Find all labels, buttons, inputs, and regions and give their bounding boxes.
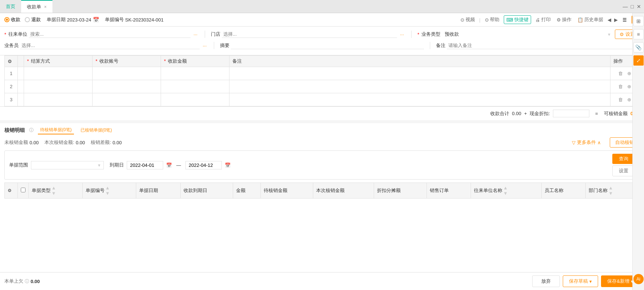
tab-receipt[interactable]: 收款单 × [21,0,52,13]
row-3-copy-icon[interactable]: ⊕ [625,96,633,103]
row-2-account-input[interactable] [93,80,161,93]
print-btn[interactable]: 🖨 打印 [534,16,552,24]
biz-type-value: 预收款 [445,31,459,38]
summary-input[interactable] [231,42,424,49]
query-btn[interactable]: 查询 [612,154,635,164]
discount-input[interactable] [553,110,589,117]
completed-tab[interactable]: 已核销单据(0笔) [78,126,114,134]
store-label: 门店 [211,31,220,38]
row-2-account[interactable] [93,80,161,93]
tab-home[interactable]: 首页 [0,0,21,13]
row-2-delete-icon[interactable]: 🗑 [617,83,624,90]
history-btn[interactable]: 📋 历史单据 [576,16,605,24]
ops-icon: ⚙ [557,17,561,23]
counterpart-more-icon[interactable]: ··· [192,32,199,37]
diff-value: 0.00 [113,140,122,145]
store-more-icon[interactable]: ··· [398,32,405,37]
row-3-settle[interactable] [24,93,93,106]
this-order-info-icon[interactable]: ⓘ [25,278,29,285]
row-1-note[interactable] [229,67,610,80]
row-2-note-input[interactable] [229,80,610,93]
sidebar-table-icon[interactable]: ⊞ [633,16,644,26]
store-input[interactable] [222,31,397,38]
biz-type-dropdown-icon[interactable]: ▾ [608,32,610,37]
row-3-note[interactable] [229,93,610,106]
window-close-btn[interactable]: ✕ [637,4,641,9]
row-3-amount-input[interactable] [161,93,229,106]
row-2-settle-input[interactable] [24,80,92,93]
date-to-calendar-icon[interactable]: 📅 [225,162,231,168]
section-divider [0,120,644,123]
row-2-amount-input[interactable] [161,80,229,93]
ops-btn[interactable]: ⚙ 操作 [555,16,573,24]
shortcut-btn[interactable]: ⌨ 快捷键 [504,15,531,24]
bill-type-sort[interactable]: 单据类型 ▲▼ [32,185,79,196]
receipt-radio[interactable]: 收款 [4,16,20,23]
more-conditions-btn[interactable]: ▽ 更多条件 ∧ [572,139,601,146]
save-draft-label: 保存草稿 [569,278,588,285]
video-btn[interactable]: ⊙ 视频 [459,16,476,24]
row-2-settle[interactable] [24,80,93,93]
row-1-settle[interactable] [24,67,93,80]
range-select[interactable]: ▾ [31,161,104,169]
refund-radio[interactable]: 退款 [25,16,41,23]
sidebar-list-icon[interactable]: ≡ [633,29,644,39]
filter-settings-btn[interactable]: 设置 [612,165,635,176]
th-gear[interactable]: ⚙ [5,56,18,67]
row-1-account-input[interactable] [93,67,161,80]
row-1-account[interactable] [93,67,161,80]
window-maximize-btn[interactable]: □ [631,4,634,9]
nav-prev-icon[interactable]: ◀ [608,17,611,23]
bill-no-sort[interactable]: 单据编号 ▲▼ [86,185,133,196]
detail-info-icon[interactable]: ⓘ [29,127,34,133]
window-minimize-btn[interactable]: — [623,4,628,9]
counterpart-sort[interactable]: 往来单位名称 ▲▼ [474,185,538,196]
row-2-note[interactable] [229,80,610,93]
row-3-amount[interactable] [161,93,229,106]
save-draft-btn[interactable]: 保存草稿 ▾ [563,275,598,287]
sidebar-expand-icon[interactable]: ⤢ [633,55,644,66]
tab-close-icon[interactable]: × [44,4,47,9]
row-3-note-input[interactable] [229,93,610,106]
row-1-amount[interactable] [161,67,229,80]
help-btn[interactable]: ⊙ 帮助 [483,16,501,24]
nav-next-icon[interactable]: ▶ [614,17,618,23]
ai-button[interactable]: Ai [633,274,644,284]
date-calendar-icon[interactable]: 📅 [93,17,99,23]
counterpart-input[interactable] [29,31,191,38]
remark-input[interactable] [447,42,640,49]
row-2-copy-icon[interactable]: ⊕ [625,83,633,90]
unchecked-label: 未核销金额 [4,139,28,146]
row-1-delete-icon[interactable]: 🗑 [617,70,624,77]
tab-home-label: 首页 [6,3,15,10]
bottom-th-gear[interactable]: ⚙ [5,183,18,199]
store-field: 门店 ··· [211,31,405,38]
row-2-amount[interactable] [161,80,229,93]
row-1-copy-icon[interactable]: ⊕ [625,70,633,77]
pending-tab[interactable]: 待核销单据(0笔) [38,126,74,134]
row-3-delete-icon[interactable]: 🗑 [617,96,624,103]
bottom-th-pending: 待核销金额 [260,183,313,199]
sidebar-clip-icon[interactable]: 📎 [633,42,644,52]
summary-field: 摘要 [220,42,424,49]
th-account: * 收款账号 [93,56,161,67]
staff-more-icon[interactable]: ··· [201,43,208,48]
row-3-account[interactable] [93,93,161,106]
view-list-btn[interactable]: ☰ [621,16,629,24]
plus-sign: + [524,111,527,116]
dept-sort[interactable]: 部门名称 ▲▼ [589,185,636,196]
row-3-account-input[interactable] [93,93,161,106]
row-1-note-input[interactable] [229,67,610,80]
row-1-amount-input[interactable] [161,67,229,80]
select-all-checkbox[interactable] [21,188,25,192]
staff-input[interactable] [20,42,200,49]
remark-label: 备注 [436,42,445,49]
row-1-settle-input[interactable] [24,67,92,80]
discard-btn[interactable]: 放弃 [532,275,560,287]
date-to-input[interactable] [185,161,222,169]
main-table-container: ⚙ * 结算方式 * 收款账号 * 收款金额 备注 [0,55,644,106]
date-from-input[interactable] [127,161,163,169]
row-3-settle-input[interactable] [24,93,92,106]
date-from-calendar-icon[interactable]: 📅 [166,162,172,168]
current-stat: 本次核销金额: 0.00 [44,139,85,146]
